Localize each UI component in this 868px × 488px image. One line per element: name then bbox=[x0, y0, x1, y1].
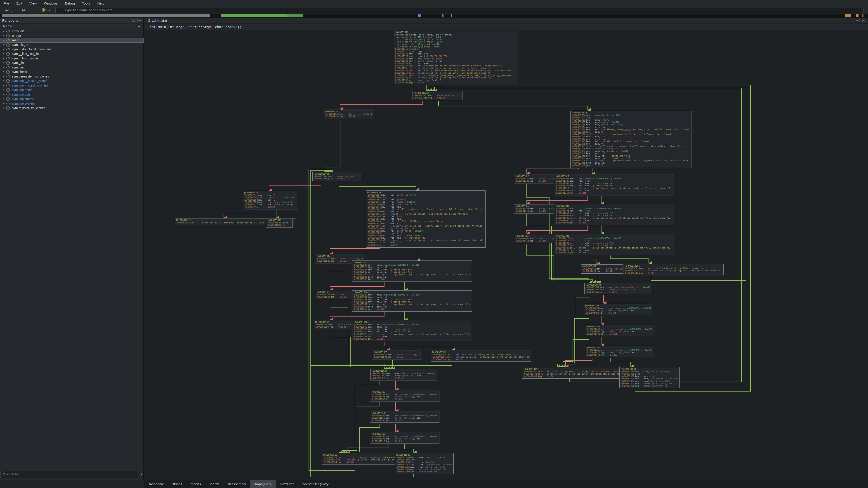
graph-node-0x000015bd[interactable]: [0x000015bd]0x000015bdmoveax, dword data… bbox=[370, 432, 439, 444]
graph-node-0x00001364[interactable]: [0x00001364]0x00001364moveax, dword [var… bbox=[570, 111, 691, 168]
graph-node-0x000013f5[interactable]: [0x000013f5]0x000013f5movrdx, qword data… bbox=[554, 204, 674, 225]
forward-caret-icon[interactable]: ▾ bbox=[29, 10, 30, 12]
undock-icon[interactable]: ◎ bbox=[857, 19, 860, 22]
expand-arrow-icon[interactable] bbox=[3, 80, 4, 82]
debug-start-icon[interactable] bbox=[42, 8, 46, 12]
expand-arrow-icon[interactable] bbox=[3, 48, 4, 51]
tab-strings[interactable]: Strings bbox=[168, 480, 186, 488]
graph-node-0x000014b7[interactable]: [0x000014b7]0x000014b7moveax, dword [var… bbox=[366, 191, 486, 248]
function-list-item[interactable]: ƒsym..plt.got bbox=[0, 42, 143, 47]
nav-strip-segment[interactable] bbox=[221, 14, 287, 18]
expand-arrow-icon[interactable] bbox=[3, 107, 4, 109]
expand-arrow-icon[interactable] bbox=[3, 84, 4, 87]
functions-column-header[interactable]: Name bbox=[0, 24, 143, 29]
function-list-item[interactable]: ƒsym.imp.__stack_chk_fail bbox=[0, 83, 143, 88]
graph-node-0x000015f4[interactable]: [0x000015f4]0x000015f4cmpdword [var_84h]… bbox=[312, 172, 362, 181]
menu-view[interactable]: View bbox=[26, 0, 40, 7]
function-list-item[interactable]: ƒsym.imp.printf bbox=[0, 88, 143, 92]
back-icon[interactable]: ↩ bbox=[5, 7, 9, 13]
nav-strip-segment[interactable] bbox=[2, 14, 210, 18]
menu-edit[interactable]: Edit bbox=[13, 0, 26, 7]
close-icon[interactable]: ⊗ bbox=[862, 19, 865, 22]
graph-node-0x000013d2[interactable]: [0x000013d2]0x000013d2movrdx, qword data… bbox=[554, 174, 674, 195]
function-list-item[interactable]: ƒsym.__libc_csu_fini bbox=[0, 52, 143, 56]
function-list-item[interactable]: ƒsym.imp.__isoc99_scanf bbox=[0, 78, 143, 83]
menu-file[interactable]: File bbox=[0, 0, 13, 7]
expand-arrow-icon[interactable] bbox=[3, 89, 4, 91]
tab-decompiler-entry0-[interactable]: Decompiler (entry0) bbox=[298, 480, 336, 488]
nav-strip-segment[interactable] bbox=[856, 14, 859, 18]
function-list-item[interactable]: ƒsym.deregister_tm_clones bbox=[0, 74, 143, 78]
menu-windows[interactable]: Windows bbox=[40, 0, 61, 7]
graph-node-0x0000159c[interactable]: [0x0000159c]0x0000159cmoveax, dword chos… bbox=[370, 369, 437, 381]
nav-strip-segment[interactable] bbox=[287, 14, 303, 18]
expand-arrow-icon[interactable] bbox=[3, 98, 4, 100]
menu-debug[interactable]: Debug bbox=[61, 0, 79, 7]
graph-node-0x00001621[interactable]: [0x00001621]0x00001621leave0x00001622ret bbox=[266, 218, 293, 228]
expand-arrow-icon[interactable] bbox=[3, 43, 4, 46]
expand-arrow-icon[interactable] bbox=[3, 75, 4, 77]
expand-arrow-icon[interactable] bbox=[3, 39, 4, 41]
expand-arrow-icon[interactable] bbox=[3, 35, 4, 37]
function-list-item[interactable]: ƒsym.__do_global_dtors_aux bbox=[0, 47, 143, 52]
nav-strip-segment[interactable] bbox=[845, 14, 851, 18]
function-list-item[interactable]: ƒmain bbox=[0, 38, 143, 42]
nav-strip-segment[interactable] bbox=[442, 14, 443, 18]
graph-node-0x000015d6[interactable]: [0x000015d6]0x000015d6moveax, dword [var… bbox=[395, 453, 454, 474]
tab-hexdump[interactable]: Hexdump bbox=[276, 480, 298, 488]
graph-node-0x00001585[interactable]: [0x00001585]0x00001585movdword [var_7ch]… bbox=[372, 350, 422, 359]
nav-strip-segment[interactable] bbox=[451, 14, 452, 18]
back-caret-icon[interactable]: ▾ bbox=[11, 10, 12, 12]
graph-node-0x00001454[interactable]: [0x00001454]0x00001454moveax, dword data… bbox=[584, 304, 653, 315]
graph-node-0x00001449[interactable]: [0x00001449]0x00001449moveax, dword chos… bbox=[584, 283, 652, 294]
function-list-item[interactable]: ƒsym.imp.strcmp bbox=[0, 97, 143, 101]
graph-node-0x00001475[interactable]: [0x00001475]0x00001475leardi, str.That_o… bbox=[522, 367, 631, 379]
graph-node-0x00001418[interactable]: [0x00001418]0x00001418movrdx, qword data… bbox=[554, 234, 674, 255]
expand-arrow-icon[interactable] bbox=[3, 102, 4, 105]
expand-arrow-icon[interactable] bbox=[3, 66, 4, 68]
function-list-item[interactable]: ƒsym.register_tm_clones bbox=[0, 106, 143, 110]
graph-node-0x0000143b[interactable]: [0x0000143b]0x0000143bleardi, str.Invali… bbox=[623, 264, 723, 275]
quick-filter-close-button[interactable]: X bbox=[141, 472, 143, 476]
graph-node-0x00001319[interactable]: [0x00001319]int main(int argc, char **ar… bbox=[393, 30, 518, 85]
graph-node-0x00001525[interactable]: [0x00001525]0x00001525movrdx, qword data… bbox=[352, 260, 472, 282]
forward-icon[interactable]: ↪ bbox=[22, 7, 26, 13]
graph-node-0x000014a1[interactable]: [0x000014a1]0x000014a1cmpdword [var_84h]… bbox=[412, 91, 463, 100]
function-list-item[interactable]: ƒsym._fini bbox=[0, 61, 143, 65]
function-list-item[interactable]: ƒentry.init0 bbox=[0, 29, 143, 33]
close-icon[interactable]: ⊗ bbox=[137, 19, 141, 22]
function-list-item[interactable]: ƒsym.__libc_csu_init bbox=[0, 56, 143, 61]
graph-node-0x0000158e[interactable]: [0x0000158e]0x0000158eleardi, str.Invali… bbox=[431, 350, 531, 362]
function-list-item[interactable]: ƒsym._init bbox=[0, 65, 143, 70]
expand-arrow-icon[interactable] bbox=[3, 62, 4, 64]
expand-arrow-icon[interactable] bbox=[3, 57, 4, 59]
undock-icon[interactable]: ◎ bbox=[132, 19, 135, 22]
function-list-item[interactable]: ƒentry0 bbox=[0, 33, 143, 38]
nav-strip-segment[interactable] bbox=[418, 14, 421, 18]
graph-node-0x0000156b[interactable]: [0x0000156b]0x0000156bmovrdx, qword data… bbox=[352, 320, 472, 341]
tab-search[interactable]: Search bbox=[205, 480, 223, 488]
function-list-item[interactable]: ƒsym.imp.puts bbox=[0, 92, 143, 97]
quick-filter-input[interactable] bbox=[0, 470, 138, 478]
menu-help[interactable]: Help bbox=[94, 0, 108, 7]
tab-dashboard[interactable]: Dashboard bbox=[144, 480, 168, 488]
expand-arrow-icon[interactable] bbox=[3, 71, 4, 73]
graph-node-0x000015fe[interactable]: [0x000015fe]0x000015femoveax, 00x0000160… bbox=[243, 191, 298, 209]
menu-tools[interactable]: Tools bbox=[79, 0, 94, 7]
graph-node-0x0000145f[interactable]: [0x0000145f]0x0000145fmoveax, dword data… bbox=[585, 325, 654, 336]
expand-arrow-icon[interactable] bbox=[3, 30, 4, 32]
debug-caret-icon[interactable]: ▾ bbox=[49, 9, 50, 12]
function-list-item[interactable]: ƒsym.imp.system bbox=[0, 101, 143, 106]
tab-imports[interactable]: Imports bbox=[186, 480, 205, 488]
expand-arrow-icon[interactable] bbox=[3, 93, 4, 96]
tab-disassembly[interactable]: Disassembly bbox=[223, 480, 250, 488]
omnibar-input[interactable] bbox=[55, 7, 864, 13]
graph-node-0x000015a7[interactable]: [0x000015a7]0x000015a7moveax, dword data… bbox=[370, 390, 439, 401]
graph-node-0x000014a7[interactable]: [0x000014a7]0x000014a7movdword [var_84h]… bbox=[324, 109, 374, 119]
nav-strip-segment[interactable] bbox=[862, 14, 864, 18]
function-list-item[interactable]: ƒsym.check bbox=[0, 70, 143, 74]
expand-arrow-icon[interactable] bbox=[3, 53, 4, 55]
tab-graph-main-[interactable]: Graph(main) bbox=[250, 480, 276, 488]
address-navigation-strip[interactable] bbox=[0, 13, 868, 18]
graph-node-0x0000146a[interactable]: [0x0000146a]0x0000146amoveax, dword data… bbox=[585, 346, 654, 357]
